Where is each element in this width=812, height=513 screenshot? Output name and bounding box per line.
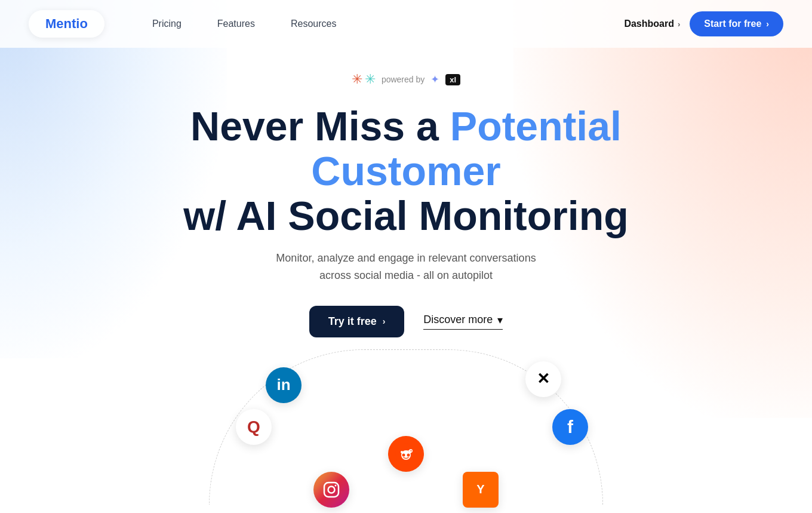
quora-icon[interactable]: Q [236,409,272,445]
svg-point-8 [409,451,411,453]
svg-rect-9 [324,483,339,497]
pricing-link[interactable]: Pricing [152,19,182,29]
chevron-down-icon: ▾ [497,314,503,327]
headline-part2: w/ AI Social Monitoring [183,193,628,238]
claude-icon: ✳ [352,72,362,87]
reddit-icon[interactable] [388,436,424,472]
powered-by-bar: ✳ ✳ powered by ✦ xl [352,72,460,87]
facebook-symbol: f [567,417,573,437]
perplexity-icon: ✳ [365,72,376,87]
x-symbol: ✕ [537,370,550,388]
xl-badge: xl [445,74,460,85]
resources-link[interactable]: Resources [291,19,336,29]
ai-icons: ✳ ✳ [352,72,376,87]
try-free-label: Try it free [328,315,377,328]
reddit-symbol [395,443,417,465]
dashboard-label: Dashboard [624,19,674,29]
navbar: Mentio Pricing Features Resources Dashbo… [0,0,812,48]
quora-symbol: Q [247,417,260,437]
logo[interactable]: Mentio [29,10,104,38]
nav-resources[interactable]: Resources [291,19,336,29]
linkedin-symbol: in [276,376,290,394]
svg-point-7 [401,451,403,453]
instagram-symbol [322,480,341,499]
orbit-section: in ✕ Q f [197,349,615,513]
hackernews-symbol: Y [476,483,484,496]
instagram-icon[interactable] [313,472,349,508]
nav-links: Pricing Features Resources [152,19,337,29]
x-twitter-icon[interactable]: ✕ [525,361,561,397]
hackernews-icon[interactable]: Y [463,472,499,508]
subtext-line1: Monitor, analyze and engage in relevant … [276,252,536,264]
nav-pricing[interactable]: Pricing [152,19,182,29]
main-content: ✳ ✳ powered by ✦ xl Never Miss a Potenti… [0,48,812,513]
hero-title: Never Miss a Potential Customer w/ AI So… [137,104,675,238]
start-free-button[interactable]: Start for free › [690,11,783,36]
facebook-icon[interactable]: f [552,409,588,445]
nav-right: Dashboard › Start for free › [624,11,783,36]
arrow-right-icon: › [383,317,386,326]
discover-more-button[interactable]: Discover more ▾ [423,314,503,330]
svg-point-3 [407,453,410,456]
hero-headline: Never Miss a Potential Customer w/ AI So… [137,104,675,284]
chevron-right-icon: › [678,20,680,29]
start-free-label: Start for free [704,19,761,29]
cta-row: Try it free › Discover more ▾ [309,306,503,337]
nav-features[interactable]: Features [217,19,255,29]
headline-part1: Never Miss a [190,103,450,149]
svg-point-10 [328,486,335,493]
linkedin-icon[interactable]: in [266,367,302,403]
subtext-line2: across social media - all on autopilot [319,269,493,281]
svg-point-11 [335,484,337,486]
sparkle-icon: ✦ [430,73,439,86]
svg-point-2 [402,453,405,456]
dashboard-button[interactable]: Dashboard › [624,19,680,29]
discover-more-label: Discover more [423,314,493,326]
hero-subtext: Monitor, analyze and engage in relevant … [137,250,675,284]
logo-text: Mentio [45,16,88,31]
try-free-button[interactable]: Try it free › [309,306,405,337]
powered-by-text: powered by [382,75,425,84]
features-link[interactable]: Features [217,19,255,29]
arrow-right-icon: › [766,19,769,29]
